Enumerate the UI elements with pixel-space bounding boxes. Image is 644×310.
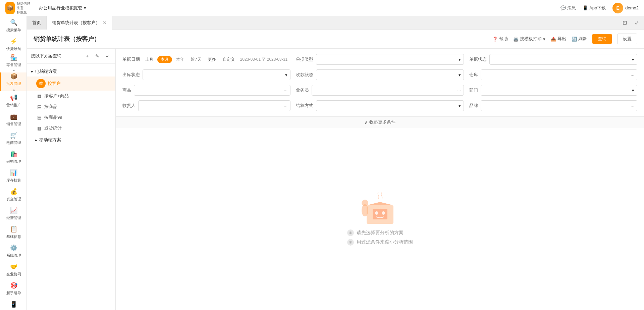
svg-point-2	[375, 211, 378, 215]
industry-selector[interactable]: 办公用品行业模拟账套 ▾	[36, 4, 89, 12]
receipt-status-arrow-icon: ▾	[459, 72, 461, 78]
sidebar-item-retail[interactable]: 🏪 零售管理 ▾	[0, 54, 26, 72]
doc-status-arrow-icon: ▾	[632, 57, 634, 62]
out-status-label: 出库状态	[122, 72, 140, 78]
scheme-group-desktop-header[interactable]: ▾ 电脑端方案	[27, 66, 115, 76]
sidebar-item-app-center[interactable]: 📱 应用中心	[0, 298, 26, 310]
filter-row-1: 单据日期 上月 本月 本年 近7天 更多 自定义 20	[122, 54, 637, 65]
sidebar-item-purchase[interactable]: 🛍️ 采购管理	[0, 148, 26, 166]
scheme-item-return-stats[interactable]: ▦ 退货统计	[27, 123, 115, 134]
this-year-button[interactable]: 本年	[173, 56, 187, 63]
scheme-collapse-button[interactable]: «	[103, 52, 111, 60]
filter-item-salesperson: 业务员 ···	[296, 85, 464, 96]
download-icon: 📱	[583, 5, 588, 10]
settings-button[interactable]: 设置	[617, 34, 637, 44]
sidebar-item-quick-nav[interactable]: ⚡ 快捷导航	[0, 35, 26, 54]
marketing-icon: 📢	[10, 94, 17, 101]
system-icon: ⚙️	[10, 244, 17, 252]
maximize-button[interactable]: ⤢	[632, 18, 641, 28]
salesperson-label: 业务员	[296, 87, 309, 93]
tab-home[interactable]: 首页	[27, 16, 47, 30]
empty-hint-2: ② 用过滤条件来缩小分析范围	[347, 239, 413, 246]
empty-state: ① 请先选择要分析的方案 ② 用过滤条件来缩小分析范围	[116, 127, 644, 310]
wholesale-icon: 📦	[10, 72, 17, 80]
recipient-select[interactable]: ···	[138, 100, 290, 111]
chevron-down-icon: ▾	[31, 69, 33, 74]
refresh-button[interactable]: 🔄 刷新	[572, 36, 587, 42]
warehouse-label: 仓库	[469, 72, 478, 78]
minimize-button[interactable]: ⊡	[620, 18, 629, 28]
collapse-up-icon: ∧	[365, 120, 368, 125]
scheme-edit-button[interactable]: ✎	[93, 52, 101, 60]
collapse-conditions-button[interactable]: ∧ 收起更多条件	[116, 117, 644, 127]
sidebar-item-guide[interactable]: 🎯 新手引导	[0, 279, 26, 298]
help-button[interactable]: ❓ 帮助	[492, 36, 508, 42]
print-template-button[interactable]: 🖨️ 按模板打印 ▾	[513, 36, 545, 42]
goods-select[interactable]: ···	[134, 85, 290, 96]
date-range-text: 2023-03-01 至 2023-03-31	[240, 57, 287, 62]
sidebar-item-finance[interactable]: 💰 资金管理	[0, 185, 26, 204]
custom-date-button[interactable]: 自定义	[220, 56, 237, 63]
table2-icon: ▤	[36, 114, 42, 120]
warehouse-select[interactable]: ···	[481, 69, 637, 80]
message-icon: 💬	[560, 5, 566, 10]
scheme-panel: 按以下方案查询 + ✎ « ▾ 电脑端方案	[27, 49, 116, 310]
sidebar-item-search[interactable]: 🔍 搜索菜单	[0, 16, 26, 35]
scheme-group-mobile-header[interactable]: ▸ 移动端方案	[27, 135, 115, 145]
scheme-item-by-goods-99[interactable]: ▤ 按商品99	[27, 112, 115, 123]
bar2-chart-icon: ▦	[36, 125, 42, 131]
last-month-button[interactable]: 上月	[143, 56, 156, 63]
filter-panel: 单据日期 上月 本月 本年 近7天 更多 自定义 20	[116, 49, 644, 117]
query-button[interactable]: 查询	[592, 34, 612, 44]
export-button[interactable]: 📤 导出	[551, 36, 566, 42]
user-avatar-area[interactable]: E demo2	[612, 3, 639, 13]
sidebar-item-marketing[interactable]: 📢 营销推广	[0, 91, 26, 110]
page-header: 销货单统计表（按客户） ❓ 帮助 🖨️ 按模板打印 ▾ 📤 导出 🔄 刷新	[27, 30, 644, 49]
sidebar-item-inventory[interactable]: 📊 库存核算	[0, 166, 26, 185]
message-button[interactable]: 💬 消息	[560, 5, 576, 11]
doc-type-select[interactable]: ▾	[316, 54, 464, 65]
brand-select[interactable]: ···	[481, 100, 637, 111]
out-status-select[interactable]: ▾	[143, 69, 290, 80]
purchase-icon: 🛍️	[10, 150, 17, 158]
scheme-add-button[interactable]: +	[83, 52, 91, 60]
app-center-icon: 📱	[10, 301, 17, 308]
sidebar-item-basic[interactable]: 📋 基础信息	[0, 223, 26, 242]
date-label: 单据日期	[122, 56, 140, 62]
ecommerce-icon: 🛒	[10, 132, 17, 139]
this-month-button[interactable]: 本月	[157, 56, 172, 63]
department-select[interactable]: ▾	[481, 85, 637, 96]
filter-item-doc-type: 单据类型 ▾	[296, 54, 464, 65]
last-7days-button[interactable]: 近7天	[188, 56, 204, 63]
scheme-item-by-customer-goods[interactable]: ▦ 按客户+商品	[27, 91, 115, 101]
sidebar-item-ecommerce[interactable]: 🛒 电商管理	[0, 129, 26, 148]
enterprise-icon: 🤝	[10, 263, 17, 270]
more-date-button[interactable]: 更多	[205, 56, 219, 63]
doc-status-select[interactable]: ▾	[489, 54, 637, 65]
sidebar-item-wholesale[interactable]: 📦 批发管理 ▴	[0, 72, 26, 91]
sidebar-item-system[interactable]: ⚙️ 系统管理	[0, 242, 26, 260]
top-header: 📦 畅捷信好生意 标准版 办公用品行业模拟账套 ▾ 💬 消息 📱 App下载 E…	[0, 0, 644, 16]
sidebar-item-sales[interactable]: 💼 销售管理	[0, 110, 26, 129]
app-download-button[interactable]: 📱 App下载	[583, 5, 606, 11]
main-layout: 🔍 搜索菜单 ⚡ 快捷导航 🏪 零售管理 ▾ 📦 批发管理 ▴ 📢 营销推广 💼…	[0, 16, 644, 310]
settlement-select[interactable]: ▾	[316, 100, 464, 111]
tab-sales-stats[interactable]: 销货单统计表（按客户） ✕	[47, 16, 112, 30]
sidebar-item-operations[interactable]: 📈 经营管理	[0, 204, 26, 223]
empty-hints: ① 请先选择要分析的方案 ② 用过滤条件来缩小分析范围	[347, 229, 413, 246]
tab-actions: ⊡ ⤢	[620, 18, 644, 28]
salesperson-select[interactable]: ···	[312, 85, 464, 96]
svg-point-5	[362, 200, 368, 206]
filter-item-doc-status: 单据状态 ▾	[469, 54, 637, 65]
sidebar-item-enterprise[interactable]: 🤝 企业协同	[0, 260, 26, 279]
scheme-item-by-goods[interactable]: ▤ 按商品	[27, 101, 115, 112]
receipt-status-select[interactable]: ▾	[316, 69, 464, 80]
date-quick-buttons: 上月 本月 本年 近7天 更多 自定义	[143, 56, 237, 63]
logo-area: 📦 畅捷信好生意 标准版	[5, 1, 32, 14]
scheme-group-desktop: ▾ 电脑端方案 按 按客户 ▦ 按客户+商品 ▤	[27, 66, 115, 134]
finance-icon: 💰	[10, 188, 17, 195]
tab-close-button[interactable]: ✕	[103, 20, 107, 25]
scheme-item-by-customer[interactable]: 按 按客户	[27, 76, 115, 91]
filter-item-warehouse: 仓库 ···	[469, 69, 637, 80]
doc-type-label: 单据类型	[296, 56, 313, 62]
